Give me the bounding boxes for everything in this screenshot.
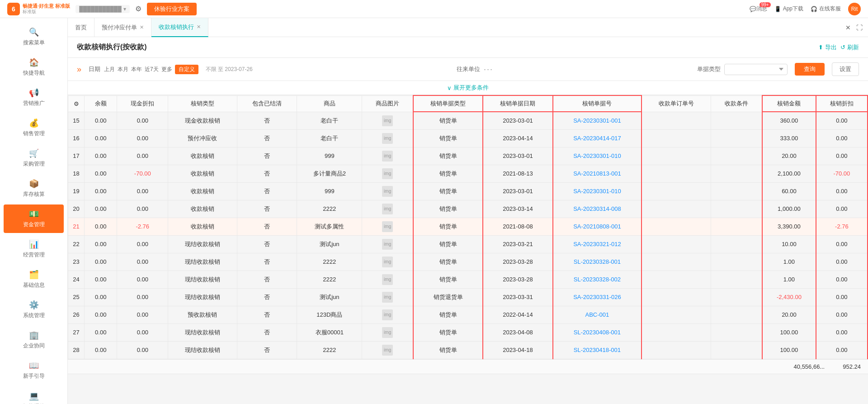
cell-product-image: img xyxy=(362,182,413,200)
cell-doc-no[interactable]: SL-20230328-001 xyxy=(553,253,642,271)
cell-doc-no[interactable]: SA-20210813-001 xyxy=(553,165,642,182)
cell-doc-type: 销货单 xyxy=(413,165,483,182)
cell-doc-no[interactable]: SA-20230301-001 xyxy=(553,112,642,129)
th-settings[interactable]: ⚙ xyxy=(68,95,85,112)
sidebar-item-hardware[interactable]: 💻 智能硬件 xyxy=(4,386,64,404)
table-wrapper[interactable]: ⚙ 余额 现金折扣 核销类型 包含已结清 商品 商品图片 核销单据类型 核销单据… xyxy=(68,95,868,404)
cell-doc-no[interactable]: SA-20230301-010 xyxy=(553,147,642,165)
th-receipt-order-no: 收款单订单号 xyxy=(642,95,711,112)
cell-receipt-condition xyxy=(711,129,762,147)
settings-button[interactable]: 设置 xyxy=(832,62,859,76)
doc-no-link[interactable]: SA-20230331-026 xyxy=(573,294,621,300)
cell-writeoff-type: 预付冲应收 xyxy=(168,129,237,147)
refresh-button[interactable]: ↺ 刷新 xyxy=(840,43,859,52)
cell-cash-discount: 0.00 xyxy=(117,288,168,306)
refresh-label: 刷新 xyxy=(847,43,859,52)
date-this-month[interactable]: 本月 xyxy=(118,66,128,73)
cell-doc-no[interactable]: SL-20230418-001 xyxy=(553,341,642,359)
expand-row: ∨ 展开更多条件 xyxy=(68,81,868,95)
doc-no-link[interactable]: SA-20230301-010 xyxy=(573,152,621,159)
cell-doc-no[interactable]: ABC-001 xyxy=(553,306,642,323)
doc-no-link[interactable]: SA-20230301-010 xyxy=(573,188,621,195)
custom-date-button[interactable]: 自定义 xyxy=(175,65,198,74)
filter-collapse-btn[interactable]: » xyxy=(77,65,81,74)
doc-type-select[interactable] xyxy=(724,64,788,75)
tab-collection-close[interactable]: ✕ xyxy=(197,24,201,30)
cell-doc-date: 2023-04-14 xyxy=(483,129,552,147)
tab-prepay[interactable]: 预付冲应付单 ✕ xyxy=(94,18,151,37)
industry-button[interactable]: 休验行业方案 xyxy=(147,3,197,15)
sidebar-item-sales[interactable]: 💰 销售管理 xyxy=(4,114,64,142)
cell-writeoff-discount: 0.00 xyxy=(816,129,868,147)
sidebar-item-finance[interactable]: 💵 资金管理 xyxy=(4,204,64,233)
cell-doc-no[interactable]: SA-20230301-010 xyxy=(553,182,642,200)
tab-expand-button[interactable]: ⛶ xyxy=(854,22,864,33)
doc-no-link[interactable]: SA-20210808-001 xyxy=(573,223,621,230)
tab-prepay-close[interactable]: ✕ xyxy=(140,24,144,30)
app-download[interactable]: 📱 App下载 xyxy=(774,5,803,13)
query-button[interactable]: 查询 xyxy=(795,63,825,76)
sidebar-item-search[interactable]: 🔍 搜索菜单 xyxy=(4,23,64,51)
tab-home[interactable]: 首页 xyxy=(68,18,94,37)
expand-button[interactable]: ∨ 展开更多条件 xyxy=(447,84,489,92)
table-row: 17 0.00 0.00 收款核销 否 999 img 销货单 2023-03-… xyxy=(68,147,868,165)
doc-no-link[interactable]: SL-20230328-002 xyxy=(574,276,621,283)
doc-no-link[interactable]: SL-20230328-001 xyxy=(574,258,621,265)
doc-no-link[interactable]: SA-20230314-008 xyxy=(573,205,621,212)
cell-product: 999 xyxy=(297,147,362,165)
sidebar-label-inventory: 库存核算 xyxy=(23,190,45,198)
cell-doc-no[interactable]: SL-20230328-002 xyxy=(553,271,642,288)
tab-close-button[interactable]: ✕ xyxy=(844,22,853,33)
cell-doc-date: 2023-03-01 xyxy=(483,147,552,165)
sidebar-item-guide[interactable]: 📖 新手引导 xyxy=(4,356,64,385)
sidebar-item-enterprise[interactable]: 🏢 企业协同 xyxy=(4,326,64,354)
cell-doc-no[interactable]: SA-20230414-017 xyxy=(553,129,642,147)
cell-writeoff-amount: 1.00 xyxy=(762,271,816,288)
tab-home-label: 首页 xyxy=(75,24,87,32)
sidebar-item-quick-nav[interactable]: 🏠 快捷导航 xyxy=(4,53,64,81)
horizontal-scrollbar[interactable] xyxy=(68,374,868,379)
sidebar-item-purchase[interactable]: 🛒 采购管理 xyxy=(4,144,64,172)
sidebar-item-inventory[interactable]: 📦 库存核算 xyxy=(4,174,64,203)
cell-no: 24 xyxy=(68,271,85,288)
notification-area[interactable]: 💬 消息 99+ xyxy=(750,5,767,13)
doc-no-link[interactable]: SL-20230408-001 xyxy=(574,329,621,336)
date-7days[interactable]: 近7天 xyxy=(145,66,159,73)
cell-doc-type: 销货单 xyxy=(413,271,483,288)
cell-doc-no[interactable]: SA-20230331-026 xyxy=(553,288,642,306)
sidebar-item-operations[interactable]: 📊 经营管理 xyxy=(4,235,64,263)
cell-doc-no[interactable]: SA-20210808-001 xyxy=(553,218,642,235)
date-last-month[interactable]: 上月 xyxy=(104,66,115,73)
cell-doc-type: 销货单 xyxy=(413,182,483,200)
sidebar-label-operations: 经营管理 xyxy=(23,251,45,259)
online-service[interactable]: 🎧 在线客服 xyxy=(811,5,841,13)
doc-no-link[interactable]: ABC-001 xyxy=(585,311,609,318)
cell-include-settled: 否 xyxy=(237,288,297,306)
cell-doc-no[interactable]: SA-20230314-008 xyxy=(553,200,642,218)
doc-no-link[interactable]: SA-20210813-001 xyxy=(573,170,621,177)
chevron-down-icon: ▾ xyxy=(123,6,126,12)
cell-receipt-condition xyxy=(711,323,762,341)
sidebar-item-basic[interactable]: 🗂️ 基础信息 xyxy=(4,265,64,294)
sidebar-item-system[interactable]: ⚙️ 系统管理 xyxy=(4,295,64,324)
user-avatar[interactable]: Rit xyxy=(848,3,861,15)
sidebar-item-marketing[interactable]: 📢 营销推广 xyxy=(4,83,64,112)
doc-no-link[interactable]: SA-20230301-001 xyxy=(573,117,621,124)
table-row: 16 0.00 0.00 预付冲应收 否 老白干 img 销货单 2023-04… xyxy=(68,129,868,147)
cell-doc-no[interactable]: SA-20230321-012 xyxy=(553,235,642,253)
sidebar-label-system: 系统管理 xyxy=(23,312,45,319)
export-button[interactable]: ⬆ 导出 xyxy=(818,43,837,52)
tab-collection[interactable]: 收款核销执行 ✕ xyxy=(151,18,208,37)
cell-receipt-order-no xyxy=(642,288,711,306)
doc-no-link[interactable]: SL-20230418-001 xyxy=(574,347,621,353)
gear-icon[interactable]: ⚙ xyxy=(135,5,142,13)
date-this-year[interactable]: 本年 xyxy=(131,66,142,73)
cell-doc-date: 2023-03-28 xyxy=(483,253,552,271)
date-more[interactable]: 更多 xyxy=(161,66,172,73)
doc-no-link[interactable]: SA-20230321-012 xyxy=(573,241,621,247)
company-selector[interactable]: ███████████ ▾ xyxy=(75,5,130,13)
doc-no-link[interactable]: SA-20230414-017 xyxy=(573,135,621,142)
cell-doc-no[interactable]: SL-20230408-001 xyxy=(553,323,642,341)
cell-doc-date: 2022-04-14 xyxy=(483,306,552,323)
cell-product: 2222 xyxy=(297,253,362,271)
